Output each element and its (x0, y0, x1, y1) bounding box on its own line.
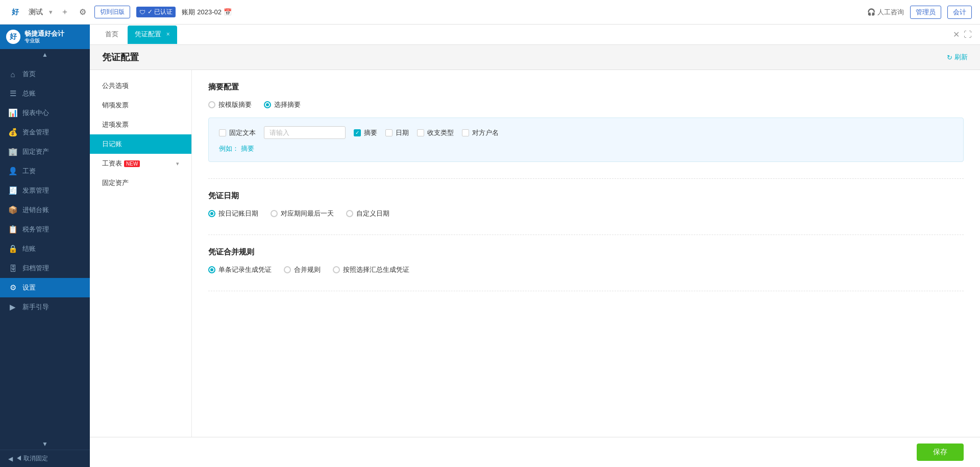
refresh-button[interactable]: ↻ 刷新 (947, 53, 968, 62)
sidebar-item-tax[interactable]: 📋 税务管理 (0, 220, 90, 239)
sidebar-item-invoice[interactable]: 🧾 发票管理 (0, 181, 90, 200)
radio-merge-circle (284, 266, 291, 273)
checkbox-counterpart[interactable]: 对方户名 (462, 128, 499, 137)
sidebar-item-purchase[interactable]: 📦 进销台账 (0, 200, 90, 220)
summary-config-row: 固定文本 ✓ 摘要 日期 (219, 126, 953, 139)
admin-button[interactable]: 管理员 (910, 6, 941, 19)
logo-main: 畅捷通好会计 (24, 30, 64, 38)
fullscreen-button[interactable]: ⛶ (964, 30, 972, 39)
checkbox-date[interactable]: 日期 (385, 128, 409, 137)
radio-period-last[interactable]: 对应期间最后一天 (271, 209, 334, 218)
summary-radio-group: 按模版摘要 选择摘要 (208, 100, 964, 109)
sidebar-item-guide[interactable]: ▶ 新手引导 (0, 297, 90, 317)
tab-actions: ✕ ⛶ (953, 30, 972, 39)
fixed-text-checkbox (219, 129, 226, 136)
tab-close-icon[interactable]: × (166, 31, 170, 38)
income-type-checkbox (417, 129, 424, 136)
page-title: 凭证配置 (102, 51, 139, 63)
counterpart-checkbox (462, 129, 469, 136)
sidebar-item-assets[interactable]: 🏢 固定资产 (0, 142, 90, 161)
summary-section: 摘要配置 按模版摘要 选择摘要 (208, 82, 964, 162)
date-checkbox (385, 129, 393, 136)
radio-single[interactable]: 单条记录生成凭证 (208, 265, 272, 274)
checkbox-summary[interactable]: ✓ 摘要 (354, 128, 377, 137)
merge-title: 凭证合并规则 (208, 247, 964, 257)
tab-voucher-config[interactable]: 凭证配置 × (128, 26, 177, 44)
logo-sub: 专业版 (24, 38, 64, 44)
sidebar-item-ledger[interactable]: ☰ 总账 (0, 84, 90, 103)
sidebar-item-salary[interactable]: 👤 工资 (0, 161, 90, 181)
save-bar: 保存 (90, 437, 980, 467)
summary-title: 摘要配置 (208, 82, 964, 92)
left-nav-purchase-invoice[interactable]: 进项发票 (90, 115, 191, 134)
service-button[interactable]: 🎧 人工咨询 (867, 8, 904, 17)
tab-home[interactable]: 首页 (98, 26, 126, 44)
content-area: 首页 凭证配置 × ✕ ⛶ 凭证配置 ↻ 刷新 公共选项 (90, 25, 980, 467)
salary-icon: 👤 (8, 167, 17, 176)
summary-checkbox: ✓ (354, 129, 361, 136)
checkbox-income-type[interactable]: 收支类型 (417, 128, 454, 137)
radio-template-summary[interactable]: 按模版摘要 (208, 100, 252, 109)
merge-section: 凭证合并规则 单条记录生成凭证 合并规则 按照选择汇总生成凭证 (208, 247, 964, 274)
radio-merge[interactable]: 合并规则 (284, 265, 321, 274)
radio-by-selection-circle (333, 266, 340, 273)
summary-config-box: 固定文本 ✓ 摘要 日期 (208, 118, 964, 162)
right-content: 摘要配置 按模版摘要 选择摘要 (192, 70, 980, 437)
scroll-down-arrow[interactable]: ▼ (0, 438, 90, 450)
refresh-icon: ↻ (947, 54, 952, 61)
inner-layout: 公共选项 销项发票 进项发票 日记账 工资表 NEW ▾ 固定资产 (90, 70, 980, 437)
left-nav: 公共选项 销项发票 进项发票 日记账 工资表 NEW ▾ 固定资产 (90, 70, 192, 437)
radio-custom-date-circle (346, 210, 353, 217)
left-nav-sales-invoice[interactable]: 销项发票 (90, 96, 191, 115)
radio-journal-date[interactable]: 按日记账日期 (208, 209, 258, 218)
sidebar-item-capital[interactable]: 💰 资金管理 (0, 123, 90, 142)
sidebar-logo: 好 畅捷通好会计 专业版 (0, 25, 90, 49)
merge-radio-group: 单条记录生成凭证 合并规则 按照选择汇总生成凭证 (208, 265, 964, 274)
project-name: 测试 (29, 8, 43, 17)
sidebar-item-home[interactable]: ⌂ 首页 (0, 64, 90, 84)
tab-bar: 首页 凭证配置 × ✕ ⛶ (90, 25, 980, 45)
example-prefix: 例如： (219, 145, 239, 152)
radio-select-summary[interactable]: 选择摘要 (264, 100, 301, 109)
sidebar-item-closing[interactable]: 🔒 结账 (0, 239, 90, 259)
logo-icon: 好 (8, 5, 22, 19)
divider-1 (208, 178, 964, 179)
left-nav-public[interactable]: 公共选项 (90, 76, 191, 96)
invoice-icon: 🧾 (8, 186, 17, 195)
example-value: 摘要 (241, 145, 254, 152)
divider-2 (208, 235, 964, 235)
fixed-text-input[interactable] (264, 126, 346, 139)
radio-by-selection[interactable]: 按照选择汇总生成凭证 (333, 265, 409, 274)
sidebar-item-report[interactable]: 📊 报表中心 (0, 103, 90, 123)
close-tab-button[interactable]: ✕ (953, 30, 960, 39)
period-display: 账期 2023-02 📅 (182, 8, 232, 17)
new-badge: NEW (124, 160, 140, 167)
tax-icon: 📋 (8, 225, 17, 234)
certified-badge: 🛡 ✓ 已认证 (136, 7, 176, 17)
accountant-button[interactable]: 会计 (947, 6, 972, 19)
sidebar-item-settings[interactable]: ⚙ 设置 (0, 278, 90, 297)
scroll-up-arrow[interactable]: ▲ (0, 49, 90, 60)
checkbox-fixed-text[interactable]: 固定文本 (219, 128, 256, 137)
settings-icon[interactable]: ⚙ (77, 5, 88, 19)
left-nav-payroll[interactable]: 工资表 NEW ▾ (90, 154, 191, 173)
switch-old-version-button[interactable]: 切到旧版 (94, 6, 130, 18)
add-button[interactable]: ＋ (59, 5, 71, 19)
purchase-icon: 📦 (8, 205, 17, 215)
sidebar: 好 畅捷通好会计 专业版 ▲ ⌂ 首页 ☰ 总账 📊 报表中心 💰 资金管理 (0, 25, 90, 467)
sidebar-item-archive[interactable]: 🗄 归档管理 (0, 259, 90, 278)
cancel-fixed-button[interactable]: ◀ ◀ 取消固定 (0, 450, 90, 467)
left-nav-fixed-assets[interactable]: 固定资产 (90, 173, 191, 193)
save-button[interactable]: 保存 (917, 443, 964, 461)
radio-select-circle (264, 101, 271, 108)
unpin-icon: ◀ (8, 455, 13, 462)
calendar-icon[interactable]: 📅 (224, 8, 232, 16)
radio-custom-date[interactable]: 自定义日期 (346, 209, 389, 218)
logo-text: 畅捷通好会计 专业版 (24, 30, 64, 44)
project-chevron-icon[interactable]: ▾ (49, 8, 53, 16)
divider-3 (208, 291, 964, 291)
left-nav-journal[interactable]: 日记账 (90, 134, 191, 154)
radio-period-last-circle (271, 210, 278, 217)
logo-mark: 好 (6, 30, 20, 44)
report-icon: 📊 (8, 108, 17, 118)
